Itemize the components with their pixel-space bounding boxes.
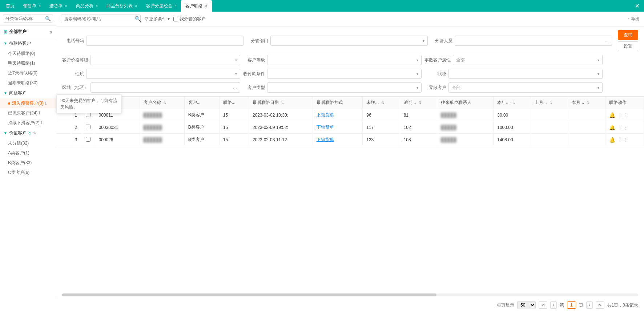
filter-search-input[interactable]: [61, 15, 141, 23]
sidebar-item-class-c[interactable]: C类客户(6): [0, 168, 56, 178]
window-close-btn[interactable]: ✕: [635, 3, 643, 9]
cell-action[interactable]: 🔔 ⋮⋮: [605, 121, 644, 134]
cell-name: ██████: [140, 121, 184, 134]
tab-customer-seg-close[interactable]: ×: [174, 4, 177, 8]
filter-select-nature[interactable]: ▾: [86, 69, 240, 79]
tab-home[interactable]: 首页: [1, 0, 19, 12]
sidebar-group-value-header[interactable]: ▼ 价值客户 ↻ ✎: [0, 128, 56, 138]
sidebar-group-problem-header[interactable]: ▼ 问题客户: [0, 88, 56, 98]
sidebar-all-customers[interactable]: ⊞ 全部客户 «: [0, 26, 56, 38]
cell-action[interactable]: 🔔 ⋮⋮: [605, 134, 644, 146]
tab-analysis[interactable]: 商品分析 ×: [72, 0, 102, 12]
filter-row-2: 客户价格等级 ▾ 客户等级 ▾ 零散客户属性 全部: [62, 55, 638, 65]
edit-icon[interactable]: ✎: [33, 131, 37, 136]
row-checkbox[interactable]: [86, 137, 90, 142]
first-page-btn[interactable]: ⊲: [539, 301, 547, 309]
sidebar-group-pending: ▼ 待联络客户 今天待联络(0) 明天待联络(1) 近7天待联络(0) 逾期未联…: [0, 38, 56, 88]
export-btn[interactable]: ↑ 导出: [628, 16, 640, 22]
sort-icon-date[interactable]: ⇅: [281, 101, 284, 105]
sidebar-collapse-btn[interactable]: «: [49, 29, 52, 35]
sidebar-item-tomorrow-label: 明天待联络(1): [8, 60, 35, 66]
sidebar-item-7days-contact[interactable]: 近7天待联络(0): [0, 68, 56, 78]
filter-select-level[interactable]: ▾: [267, 55, 421, 65]
filter-select-dept[interactable]: ▾: [270, 36, 428, 46]
tab-purchase[interactable]: 进货单 ×: [45, 0, 71, 12]
my-customers-checkbox[interactable]: [173, 17, 178, 21]
sidebar-item-tomorrow-contact[interactable]: 明天待联络(1): [0, 58, 56, 68]
more-dots-icon-2[interactable]: …: [233, 85, 237, 90]
contact-icon[interactable]: 🔔: [609, 125, 615, 130]
tab-customer-link[interactable]: 客户联络 ×: [181, 0, 212, 12]
sort-icon-last-month[interactable]: ⇅: [549, 101, 552, 105]
filter-input-phone[interactable]: [86, 36, 243, 46]
filter-search-btn[interactable]: 🔍: [135, 16, 141, 22]
tab-purchase-close[interactable]: ×: [65, 4, 67, 8]
filter-select-payment[interactable]: ▾: [267, 69, 421, 79]
filter-select-retail-attr[interactable]: 全部 ▾: [453, 55, 603, 65]
my-customers-label: 我分管的客户: [180, 16, 206, 22]
filter-label-region: 区域（地区）: [62, 85, 88, 91]
table-container: ⚙ 客户编码 ⇅ 客户名称 ⇅ 客户...: [56, 97, 644, 293]
sidebar-item-class-b[interactable]: B类客户(33): [0, 158, 56, 168]
col-contacts-label: 往来单位联系人: [441, 100, 471, 105]
cell-action[interactable]: 🔔 ⋮⋮: [605, 109, 644, 121]
last-page-btn[interactable]: ⊳: [596, 301, 604, 309]
cell-check[interactable]: [82, 121, 95, 134]
tab-customer-seg[interactable]: 客户分层经营 ×: [142, 0, 181, 12]
prev-page-btn[interactable]: ‹: [550, 301, 557, 309]
sidebar-item-losing-customers[interactable]: 流失预警客户(3) ℹ: [0, 98, 56, 108]
filter-row-3: 性质 ▾ 收付款条件 ▾ 状态: [62, 69, 638, 79]
filter-field-payment: 收付款条件 ▾: [243, 69, 421, 79]
cell-last-method[interactable]: 下销货单: [313, 109, 362, 121]
last-method-link[interactable]: 下销货单: [317, 112, 334, 117]
sort-icon-this-month[interactable]: ⇅: [586, 101, 589, 105]
filter-select-status[interactable]: ▾: [448, 69, 603, 79]
sidebar-item-today-contact[interactable]: 今天待联络(0): [0, 49, 56, 58]
per-page-select[interactable]: 50 100 200: [517, 301, 536, 309]
sort-icon-overdue[interactable]: ⇅: [418, 101, 421, 105]
more-action-icon[interactable]: ⋮⋮: [617, 125, 628, 130]
sort-icon-name[interactable]: ⇅: [163, 101, 166, 105]
sidebar-item-declining-customers[interactable]: 持续下滑客户(2) ℹ: [0, 118, 56, 128]
settings-btn[interactable]: 设置: [618, 41, 638, 51]
cell-last-method[interactable]: 下销货单: [313, 134, 362, 146]
sidebar-item-overdue-contact[interactable]: 逾期未联络(30): [0, 78, 56, 88]
query-btn[interactable]: 查询: [618, 30, 638, 40]
more-action-icon[interactable]: ⋮⋮: [617, 137, 628, 143]
filter-more-btn[interactable]: ▽ 更多条件 ▾: [145, 16, 170, 22]
cell-last-method[interactable]: 下销货单: [313, 121, 362, 134]
filter-select-retail[interactable]: 全部 ▾: [448, 82, 603, 93]
sidebar-group-value-label: 价值客户: [9, 130, 27, 136]
tab-sales[interactable]: 销售单 ×: [19, 0, 45, 12]
my-customers-filter[interactable]: 我分管的客户: [173, 16, 206, 22]
filter-select-customer-type[interactable]: ▾: [267, 82, 421, 93]
filter-select-person[interactable]: …: [455, 36, 612, 46]
more-dots-icon[interactable]: …: [604, 38, 609, 43]
sidebar-item-lost-customers[interactable]: 已流失客户(24) ℹ: [0, 108, 56, 118]
tab-analysis-list[interactable]: 商品分析列表 ×: [102, 0, 141, 12]
tab-analysis-close[interactable]: ×: [96, 4, 98, 8]
sort-icon-uncontacted[interactable]: ⇅: [381, 101, 384, 105]
contact-icon[interactable]: 🔔: [609, 137, 615, 143]
tab-customer-link-close[interactable]: ×: [205, 4, 207, 8]
last-method-link[interactable]: 下销货单: [317, 125, 334, 130]
contact-icon[interactable]: 🔔: [609, 112, 615, 118]
sort-icon-year[interactable]: ⇅: [512, 101, 515, 105]
cell-last-date: 2023-02-09 19:52:: [249, 121, 313, 134]
more-action-icon[interactable]: ⋮⋮: [617, 112, 628, 118]
filter-select-price-level[interactable]: ▾: [90, 55, 240, 65]
cell-check[interactable]: [82, 134, 95, 146]
tab-analysis-list-close[interactable]: ×: [135, 4, 137, 8]
scrollbar-thumb[interactable]: [62, 293, 436, 296]
refresh-icon[interactable]: ↻: [28, 131, 32, 136]
sidebar-group-pending-header[interactable]: ▼ 待联络客户: [0, 38, 56, 49]
last-method-link[interactable]: 下销货单: [317, 137, 334, 142]
filter-field-region: 区域（地区） …: [62, 82, 240, 93]
tab-sales-close[interactable]: ×: [39, 4, 41, 8]
sidebar-item-class-a[interactable]: A类客户(1): [0, 148, 56, 158]
filter-select-region[interactable]: …: [90, 82, 240, 93]
horizontal-scrollbar[interactable]: [62, 293, 638, 296]
next-page-btn[interactable]: ›: [586, 301, 593, 309]
row-checkbox[interactable]: [86, 125, 90, 129]
sidebar-item-unclassified[interactable]: 未分组(32): [0, 138, 56, 148]
